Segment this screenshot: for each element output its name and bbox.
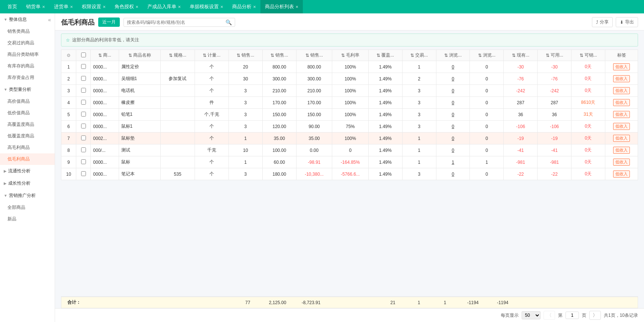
nav-close-product-entry[interactable]: ✕	[178, 5, 181, 9]
sidebar-section-growth[interactable]: ▶ 成长性分析	[0, 177, 55, 189]
cell-browse1[interactable]: 0	[436, 133, 470, 144]
row-checkbox[interactable]	[81, 171, 86, 176]
select-all-checkbox[interactable]	[81, 52, 86, 57]
row-checkbox[interactable]	[81, 147, 86, 152]
cell-browse1[interactable]: 1	[436, 156, 470, 168]
th-spec[interactable]: ⇅规格...	[160, 50, 195, 61]
nav-product-analysis[interactable]: 商品分析 ✕	[228, 0, 260, 13]
cell-tag: 低收入	[605, 144, 638, 156]
th-sales-price[interactable]: ⇅销售...	[262, 50, 296, 61]
footer-sales-qty: 77	[235, 300, 261, 305]
th-sales-amount[interactable]: ⇅销售...	[296, 50, 332, 61]
cell-browse1[interactable]: 0	[436, 97, 470, 109]
cell-browse1[interactable]: 0	[436, 73, 470, 85]
row-checkbox[interactable]	[81, 124, 86, 128]
row-checkbox[interactable]	[81, 159, 86, 164]
sidebar-section-type-analysis[interactable]: ▼ 类型量分析	[0, 83, 55, 96]
sidebar-item-category-rate[interactable]: 商品分类助销率	[0, 49, 55, 60]
cell-browse1[interactable]: 0	[436, 61, 470, 73]
cell-checkbox[interactable]	[76, 85, 90, 97]
nav-permissions[interactable]: 权限设置 ✕	[77, 0, 110, 13]
per-page-select[interactable]: 20 50 100	[522, 311, 541, 319]
th-sales-qty[interactable]: ⇅销售...	[228, 50, 262, 61]
nav-role-auth[interactable]: 角色授权 ✕	[110, 0, 143, 13]
cell-checkbox[interactable]	[76, 156, 90, 168]
cell-browse1[interactable]: 0	[436, 109, 470, 121]
sidebar-item-traded-goods[interactable]: 交易过的商品	[0, 37, 55, 49]
th-tag[interactable]: 标签	[605, 50, 638, 61]
cell-checkbox[interactable]	[76, 73, 90, 85]
page-input[interactable]	[565, 312, 579, 319]
row-checkbox[interactable]	[81, 64, 86, 69]
cell-browse1[interactable]: 0	[436, 85, 470, 97]
sidebar-item-low-margin[interactable]: 低毛利商品	[0, 153, 55, 165]
sidebar-item-sales-goods[interactable]: 销售类商品	[0, 26, 55, 37]
cell-checkbox[interactable]	[76, 121, 90, 133]
sidebar-item-new-goods[interactable]: 新品	[0, 213, 55, 225]
search-icon[interactable]: 🔍	[225, 19, 232, 25]
th-coverage[interactable]: ⇅覆盖...	[368, 50, 402, 61]
sidebar-item-in-stock-goods[interactable]: 有库存的商品	[0, 60, 55, 72]
sidebar-item-low-coverage[interactable]: 低覆盖度商品	[0, 130, 55, 142]
next-page-btn[interactable]: 〉	[589, 311, 601, 320]
th-sellable[interactable]: ⇅可销...	[571, 50, 605, 61]
nav-home[interactable]: 首页	[3, 0, 22, 13]
nav-product-entry[interactable]: 产成品入库单 ✕	[143, 0, 185, 13]
th-code[interactable]: ⇅商...	[91, 50, 119, 61]
table-wrapper[interactable]: ⚙ ⇅商... ⇅商品名称 ⇅规格... ⇅计量... ⇅销售... ⇅销售..…	[61, 50, 638, 293]
sidebar-section-flow[interactable]: ▶ 流通性分析	[0, 165, 55, 177]
th-checkbox[interactable]	[76, 50, 90, 61]
th-current-stock[interactable]: ⇅现有...	[504, 50, 538, 61]
cell-sales-amount: 90.00	[296, 121, 332, 133]
cell-checkbox[interactable]	[76, 97, 90, 109]
nav-close-role[interactable]: ✕	[135, 5, 138, 9]
nav-purchase-order[interactable]: 进货单 ✕	[49, 0, 77, 13]
cell-browse1[interactable]: 0	[436, 168, 470, 180]
nav-close-permissions[interactable]: ✕	[103, 5, 106, 9]
filter-recent-month[interactable]: 近一月	[98, 17, 120, 27]
nav-sales-order[interactable]: 销货单 ✕	[22, 0, 49, 13]
th-browse2[interactable]: ⇅浏览...	[470, 50, 504, 61]
sidebar-item-stock-capital[interactable]: 库存资金占用	[0, 72, 55, 83]
nav-product-analysis-list[interactable]: 商品分析列表 ✕	[260, 0, 303, 13]
sidebar-item-high-coverage[interactable]: 高覆盖度商品	[0, 119, 55, 130]
nav-close-template[interactable]: ✕	[220, 5, 223, 9]
sidebar-section-marketing[interactable]: ▼ 营销推广分析	[0, 189, 55, 202]
export-button[interactable]: ⬇ 导出	[616, 17, 638, 27]
th-unit[interactable]: ⇅计量...	[195, 50, 229, 61]
th-browse1[interactable]: ⇅浏览...	[436, 50, 470, 61]
cell-checkbox[interactable]	[76, 168, 90, 180]
row-checkbox[interactable]	[81, 88, 86, 93]
nav-close-purchase[interactable]: ✕	[70, 5, 73, 9]
nav-close-sales[interactable]: ✕	[42, 5, 45, 9]
share-button[interactable]: ⤴ 分享	[592, 17, 613, 27]
cell-checkbox[interactable]	[76, 61, 90, 73]
sidebar-item-high-value[interactable]: 高价值商品	[0, 96, 55, 107]
th-gross-margin[interactable]: ⇅毛利率	[332, 50, 369, 61]
cell-browse1[interactable]: 0	[436, 144, 470, 156]
th-available[interactable]: ⇅可用...	[538, 50, 571, 61]
search-input[interactable]	[127, 20, 225, 25]
row-checkbox[interactable]	[81, 76, 86, 81]
th-name[interactable]: ⇅商品名称	[119, 50, 160, 61]
sidebar-item-all-goods[interactable]: 全部商品	[0, 202, 55, 213]
cell-checkbox[interactable]	[76, 109, 90, 121]
sidebar-collapse-btn[interactable]: «	[48, 17, 51, 23]
sidebar-section-overall[interactable]: ▼ 整体信息 «	[0, 13, 55, 26]
cell-browse1[interactable]: 0	[436, 121, 470, 133]
nav-close-product-analysis-list[interactable]: ✕	[295, 5, 298, 9]
sidebar-item-low-value[interactable]: 低价值商品	[0, 107, 55, 119]
nav-close-product-analysis[interactable]: ✕	[253, 5, 256, 9]
cell-unit: 个	[195, 121, 229, 133]
prev-page-btn[interactable]: 〈	[544, 311, 555, 320]
row-checkbox[interactable]	[81, 136, 86, 140]
cell-checkbox[interactable]	[76, 133, 90, 144]
sidebar-item-high-margin[interactable]: 高毛利商品	[0, 142, 55, 153]
row-checkbox[interactable]	[81, 112, 86, 117]
th-settings[interactable]: ⚙	[61, 50, 76, 61]
nav-template-settings[interactable]: 单据模板设置 ✕	[185, 0, 228, 13]
th-transactions[interactable]: ⇅交易...	[402, 50, 436, 61]
cell-checkbox[interactable]	[76, 144, 90, 156]
row-checkbox[interactable]	[81, 100, 86, 105]
settings-icon[interactable]: ⚙	[67, 53, 71, 58]
